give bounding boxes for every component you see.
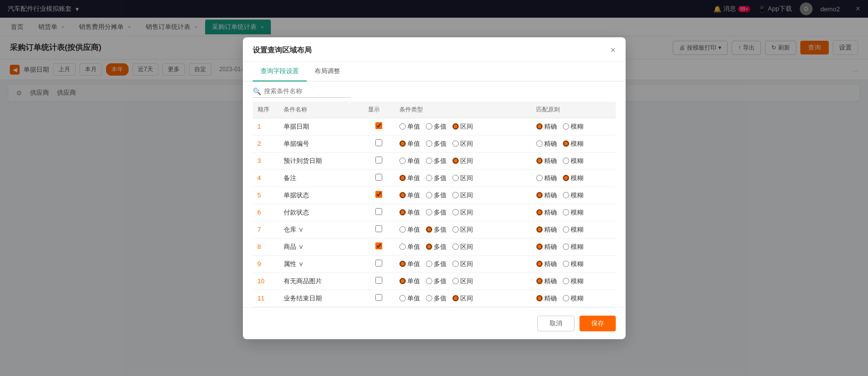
search-box: 🔍 [253, 87, 351, 98]
dialog-table: 顺序 条件名称 显示 条件类型 匹配原则 [253, 102, 616, 107]
th-match-label: 匹配原则 [536, 106, 560, 107]
dialog-header: 设置查询区域布局 × [243, 37, 626, 62]
th-order-label: 顺序 [258, 106, 269, 107]
modal-overlay: 设置查询区域布局 × 查询字段设置 布局调整 🔍 [0, 0, 868, 106]
th-type-label: 条件类型 [399, 106, 423, 107]
dialog-close-button[interactable]: × [610, 45, 616, 55]
dialog-table-wrap: 顺序 条件名称 显示 条件类型 匹配原则 [243, 102, 626, 107]
dialog-title: 设置查询区域布局 [253, 46, 312, 55]
search-icon: 🔍 [253, 87, 261, 95]
tab-query-fields[interactable]: 查询字段设置 [253, 62, 307, 81]
dialog: 设置查询区域布局 × 查询字段设置 布局调整 🔍 [243, 37, 626, 107]
th-display: 显示 [363, 102, 395, 107]
dialog-search-area: 🔍 [243, 81, 626, 102]
tab-query-fields-label: 查询字段设置 [261, 67, 299, 75]
search-input[interactable] [264, 87, 342, 95]
tab-layout-adjust[interactable]: 布局调整 [307, 62, 348, 81]
tab-layout-adjust-label: 布局调整 [315, 67, 340, 75]
dialog-tabs: 查询字段设置 布局调整 [243, 62, 626, 81]
th-order: 顺序 [253, 102, 279, 107]
th-match: 匹配原则 [531, 102, 616, 107]
th-type: 条件类型 [395, 102, 531, 107]
th-name: 条件名称 [279, 102, 363, 107]
th-name-label: 条件名称 [284, 106, 307, 107]
th-display-label: 显示 [368, 106, 380, 107]
